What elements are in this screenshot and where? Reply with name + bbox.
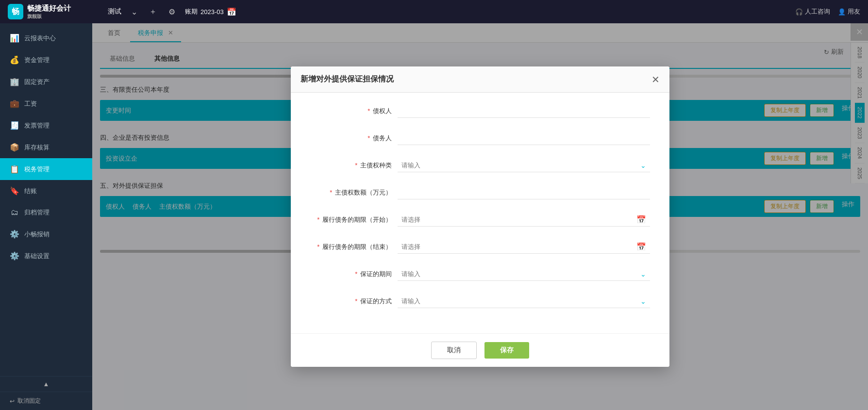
user-btn[interactable]: 👤 用友 (838, 7, 860, 16)
claim-type-dropdown-icon[interactable]: ⌄ (640, 162, 650, 169)
creditor-input[interactable] (398, 104, 650, 118)
dialog-overlay: 新增对外提供保证担保情况 ✕ * 债权人 (92, 23, 868, 410)
form-row-claim-type: * 主债权种类 ⌄ (310, 159, 650, 172)
save-button[interactable]: 保存 (484, 342, 529, 359)
claim-amount-input[interactable] (398, 186, 650, 199)
period-value: 2023-03 (200, 8, 224, 16)
sidebar-label-settings: 基础设置 (24, 252, 50, 261)
period-end-input[interactable] (398, 240, 636, 253)
guarantee-method-select-wrap: ⌄ (398, 295, 650, 308)
period-start-date-wrap: 📅 (398, 213, 650, 227)
guarantee-period-input[interactable] (398, 267, 640, 280)
app-sub: 旗舰版 (27, 13, 71, 20)
tax-icon: 📋 (10, 164, 19, 174)
form-row-creditor: * 债权人 (310, 104, 650, 118)
claim-amount-label: * 主债权数额（万元） (310, 188, 398, 197)
debtor-label: * 债务人 (310, 134, 398, 143)
sidebar-item-cloud-report[interactable]: 📊 云报表中心 (0, 27, 92, 49)
archive-icon: 🗂 (10, 208, 19, 217)
cloud-report-icon: 📊 (10, 33, 19, 43)
period-cal-icon[interactable]: 📅 (227, 7, 236, 16)
period-badge: 账期 2023-03 📅 (185, 7, 236, 16)
sidebar-scroll-up[interactable]: ▲ (0, 376, 92, 392)
settings-icon-btn[interactable]: ⚙ (167, 5, 177, 18)
claim-type-select-wrap: ⌄ (398, 159, 650, 172)
sidebar-item-inventory[interactable]: 📦 库存核算 (0, 136, 92, 158)
settings-icon: ⚙️ (10, 251, 19, 261)
inventory-icon: 📦 (10, 143, 19, 152)
form-row-guarantee-period: * 保证的期间 ⌄ (310, 267, 650, 281)
period-start-cal-icon[interactable]: 📅 (636, 215, 650, 224)
guarantee-period-select-wrap: ⌄ (398, 267, 650, 281)
form-row-claim-amount: * 主债权数额（万元） (310, 186, 650, 199)
invoice-icon: 🧾 (10, 121, 19, 130)
claim-type-label: * 主债权种类 (310, 161, 398, 170)
company-name: 测试 (108, 7, 121, 16)
settlement-icon: 🔖 (10, 186, 19, 196)
sidebar-item-fund[interactable]: 💰 资金管理 (0, 49, 92, 71)
undo-label: 取消固定 (17, 397, 41, 405)
guarantee-method-dropdown-icon[interactable]: ⌄ (640, 297, 650, 305)
guarantee-method-input[interactable] (398, 295, 640, 308)
main-layout: 📊 云报表中心💰 资金管理🏢 固定资产💼 工资🧾 发票管理📦 库存核算📋 税务管… (0, 23, 868, 410)
sidebar-label-fund: 资金管理 (24, 56, 50, 65)
user-icon: 👤 (838, 8, 846, 16)
dialog-title: 新增对外提供保证担保情况 (300, 74, 394, 84)
app-logo-icon: 畅 (8, 4, 23, 19)
sidebar-label-payroll: 工资 (24, 99, 37, 108)
period-end-cal-icon[interactable]: 📅 (636, 242, 650, 251)
top-center: 测试 ⌄ ＋ ⚙ 账期 2023-03 📅 (108, 5, 787, 19)
period-start-label: * 履行债务的期限（开始） (310, 215, 398, 224)
sidebar-undo[interactable]: ↩ 取消固定 (0, 392, 92, 410)
sidebar-label-invoice: 发票管理 (24, 121, 50, 130)
sidebar-item-settings[interactable]: ⚙️ 基础设置 (0, 245, 92, 267)
sidebar-item-invoice[interactable]: 🧾 发票管理 (0, 115, 92, 136)
sidebar-label-cloud-report: 云报表中心 (24, 34, 56, 43)
period-end-label: * 履行债务的期限（结束） (310, 243, 398, 251)
payroll-icon: 💼 (10, 99, 19, 108)
sidebar-item-settlement[interactable]: 🔖 结账 (0, 180, 92, 202)
form-row-period-start: * 履行债务的期限（开始） 📅 (310, 213, 650, 227)
form-row-guarantee-method: * 保证的方式 ⌄ (310, 295, 650, 308)
sidebar-label-tax: 税务管理 (24, 165, 50, 174)
period-end-date-wrap: 📅 (398, 240, 650, 254)
cancel-button[interactable]: 取消 (431, 342, 477, 359)
fund-icon: 💰 (10, 55, 19, 65)
sidebar-label-inventory: 库存核算 (24, 143, 50, 152)
fixed-assets-icon: 🏢 (10, 77, 19, 86)
headset-icon: 🎧 (795, 8, 803, 16)
app-logo-text: 畅捷通好会计 旗舰版 (27, 4, 71, 20)
debtor-input[interactable] (398, 131, 650, 145)
sidebar-item-payroll[interactable]: 💼 工资 (0, 93, 92, 115)
claim-type-input[interactable] (398, 159, 640, 172)
add-btn[interactable]: ＋ (147, 5, 159, 19)
guarantee-period-label: * 保证的期间 (310, 270, 398, 279)
dialog-body: * 债权人 * 债务人 (291, 93, 669, 333)
top-right: 🎧 人工咨询 👤 用友 (795, 7, 860, 16)
dialog-footer: 取消 保存 (291, 333, 669, 367)
sidebar-item-archive[interactable]: 🗂 归档管理 (0, 202, 92, 223)
support-btn[interactable]: 🎧 人工咨询 (795, 7, 830, 16)
dialog-header: 新增对外提供保证担保情况 ✕ (291, 66, 669, 93)
creditor-label: * 债权人 (310, 107, 398, 115)
undo-icon: ↩ (10, 398, 15, 405)
content-area: ✕ 首页 税务申报 ✕ ↻ 刷新 基础信息 (92, 23, 868, 410)
sidebar: 📊 云报表中心💰 资金管理🏢 固定资产💼 工资🧾 发票管理📦 库存核算📋 税务管… (0, 23, 92, 410)
sidebar-items: 📊 云报表中心💰 资金管理🏢 固定资产💼 工资🧾 发票管理📦 库存核算📋 税务管… (0, 27, 92, 267)
sidebar-label-settlement: 结账 (24, 187, 37, 196)
sidebar-item-tax[interactable]: 📋 税务管理 (0, 158, 92, 180)
form-row-debtor: * 债务人 (310, 131, 650, 145)
dialog-close-btn[interactable]: ✕ (651, 75, 660, 84)
sidebar-label-expense: 小畅报销 (24, 230, 50, 239)
form-row-period-end: * 履行债务的期限（结束） 📅 (310, 240, 650, 254)
sidebar-item-fixed-assets[interactable]: 🏢 固定资产 (0, 71, 92, 93)
company-dropdown-btn[interactable]: ⌄ (129, 5, 139, 18)
sidebar-label-archive: 归档管理 (24, 208, 50, 217)
period-start-input[interactable] (398, 213, 636, 226)
app-name: 畅捷通好会计 (27, 4, 71, 13)
guarantee-method-label: * 保证的方式 (310, 297, 398, 306)
logo-area: 畅 畅捷通好会计 旗舰版 (8, 4, 100, 20)
sidebar-item-expense[interactable]: ⚙️ 小畅报销 (0, 223, 92, 245)
top-bar: 畅 畅捷通好会计 旗舰版 测试 ⌄ ＋ ⚙ 账期 2023-03 📅 🎧 人工咨… (0, 0, 868, 23)
guarantee-period-dropdown-icon[interactable]: ⌄ (640, 270, 650, 278)
